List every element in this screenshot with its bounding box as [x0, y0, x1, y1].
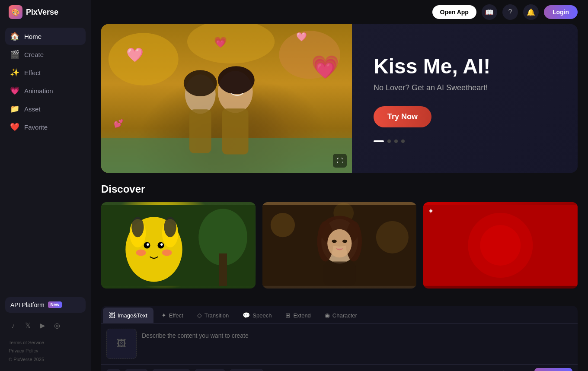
tab-effect-label: Effect	[169, 312, 183, 319]
hero-subtitle: No Lover? Get an AI Sweetheart!	[374, 83, 556, 92]
tiktok-icon[interactable]: ♪	[9, 321, 17, 330]
tab-transition[interactable]: ◇ Transition	[191, 308, 235, 323]
svg-rect-36	[323, 262, 355, 286]
hero-artwork: 🩷 💗 💗 🩷 💕	[101, 24, 352, 173]
svg-point-19	[147, 243, 149, 246]
hero-content: Kiss Me, AI! No Lover? Get an AI Sweethe…	[352, 24, 578, 173]
svg-point-15	[131, 217, 144, 237]
discover-section: Discover	[91, 183, 588, 306]
svg-point-26	[270, 213, 294, 237]
style-button[interactable]: 🎨 Style	[195, 369, 225, 371]
logo-text: PixVerse	[26, 8, 58, 17]
discord-icon[interactable]: ◎	[53, 321, 61, 330]
svg-point-35	[342, 240, 347, 243]
create-button[interactable]: Create	[534, 368, 572, 371]
expand-button[interactable]: ⛶	[333, 154, 347, 168]
heart-icon-1: 🩷	[126, 47, 144, 63]
sidebar-item-create[interactable]: 🎬 Create	[5, 46, 86, 63]
heart-icon-2: 💗	[214, 36, 227, 48]
dot-3[interactable]	[394, 140, 398, 143]
help-icon[interactable]: ?	[502, 4, 518, 20]
character-tab-icon: ◉	[325, 312, 330, 319]
effect-tab-icon: ✦	[161, 312, 166, 319]
sidebar-item-label: Home	[24, 33, 42, 40]
dot-4[interactable]	[401, 140, 405, 143]
prompt-input[interactable]	[142, 329, 572, 352]
pikachu-thumbnail	[101, 202, 256, 289]
terms-link[interactable]: Terms of Service	[9, 340, 44, 345]
sidebar-item-effect[interactable]: ✨ Effect	[5, 64, 86, 81]
try-now-button[interactable]: Try Now	[374, 106, 431, 127]
pikachu-svg	[101, 202, 256, 289]
main-content: Open App 📖 ? 🔔 Login 🩷 💗 💗 🩷 💕	[91, 0, 588, 371]
quality-button[interactable]: ◎ Normal	[230, 369, 264, 371]
tab-image-text[interactable]: 🖼 Image&Text	[103, 308, 153, 323]
hero-pagination	[374, 140, 556, 143]
creation-footer: ⚙ ⏱ 5s ⚡ Turbo 🎨 Style ◎ Normal 🎬	[101, 364, 578, 371]
svg-point-20	[160, 243, 163, 246]
twitter-icon[interactable]: 𝕏	[23, 321, 32, 330]
tab-character-label: Character	[332, 312, 357, 319]
create-icon: 🎬	[10, 50, 19, 59]
sidebar-item-animation[interactable]: 💗 Animation	[5, 82, 86, 99]
svg-point-40	[480, 225, 521, 266]
tab-speech[interactable]: 💬 Speech	[236, 308, 278, 323]
sidebar-item-label: Animation	[24, 87, 53, 95]
settings-button[interactable]: ⚙	[106, 369, 121, 371]
dot-2[interactable]	[387, 140, 391, 143]
extend-tab-icon: ⊞	[285, 312, 291, 319]
effect-icon: ✨	[10, 68, 19, 77]
video-grid-top: ✦	[101, 202, 578, 289]
tab-transition-label: Transition	[205, 312, 229, 319]
logo-icon: 🎨	[9, 5, 22, 19]
image-upload-box[interactable]: 🖼	[106, 329, 137, 359]
image-text-tab-icon: 🖼	[109, 312, 115, 319]
social-links: ♪ 𝕏 ▶ ◎	[0, 316, 91, 335]
tab-extend[interactable]: ⊞ Extend	[279, 308, 316, 323]
video-card-red[interactable]: ✦	[423, 202, 578, 289]
sidebar: 🎨 PixVerse 🏠 Home 🎬 Create ✨ Effect 💗 An…	[0, 0, 91, 371]
transition-tab-icon: ◇	[197, 312, 202, 319]
animation-icon: 💗	[10, 86, 19, 95]
youtube-icon[interactable]: ▶	[38, 321, 47, 330]
asset-icon: 📁	[10, 105, 19, 113]
dot-1[interactable]	[374, 140, 384, 142]
girl-thumbnail	[262, 202, 417, 289]
api-platform-label: API Platform	[10, 301, 45, 308]
svg-rect-6	[189, 109, 211, 153]
video-card-girl[interactable]	[262, 202, 417, 289]
video-card-pikachu[interactable]	[101, 202, 256, 289]
privacy-link[interactable]: Privacy Policy	[9, 348, 38, 353]
sidebar-item-home[interactable]: 🏠 Home	[5, 28, 86, 45]
sidebar-item-label: Favorite	[24, 124, 48, 131]
tab-speech-label: Speech	[252, 312, 272, 319]
heart-icon-5: 💕	[114, 119, 123, 128]
sidebar-item-favorite[interactable]: ❤️ Favorite	[5, 118, 86, 136]
hero-title: Kiss Me, AI!	[374, 54, 556, 78]
sidebar-item-asset[interactable]: 📁 Asset	[5, 100, 86, 117]
svg-point-33	[327, 229, 352, 257]
hero-banner: 🩷 💗 💗 🩷 💕	[101, 24, 578, 173]
speech-tab-icon: 💬	[243, 312, 250, 319]
home-icon: 🏠	[10, 32, 19, 41]
svg-point-22	[162, 249, 172, 256]
svg-rect-24	[219, 254, 227, 286]
creation-body: 🖼	[101, 323, 578, 364]
tab-character[interactable]: ◉ Character	[319, 308, 363, 323]
turbo-button[interactable]: ⚡ Turbo	[152, 369, 190, 371]
logo[interactable]: 🎨 PixVerse	[0, 0, 91, 24]
sidebar-item-label: Create	[24, 51, 44, 58]
creation-tabs: 🖼 Image&Text ✦ Effect ◇ Transition 💬 Spe…	[101, 306, 578, 323]
tab-extend-label: Extend	[293, 312, 310, 319]
girl-svg	[262, 202, 417, 289]
login-button[interactable]: Login	[544, 5, 578, 19]
tab-effect[interactable]: ✦ Effect	[155, 308, 189, 323]
discover-title: Discover	[101, 183, 578, 195]
open-app-button[interactable]: Open App	[432, 5, 476, 19]
duration-button[interactable]: ⏱ 5s	[125, 369, 148, 371]
notification-icon[interactable]: 🔔	[523, 4, 539, 20]
api-platform-button[interactable]: API Platform New	[5, 297, 86, 313]
book-icon[interactable]: 📖	[482, 4, 497, 20]
svg-point-10	[218, 66, 255, 94]
svg-point-21	[136, 249, 146, 256]
